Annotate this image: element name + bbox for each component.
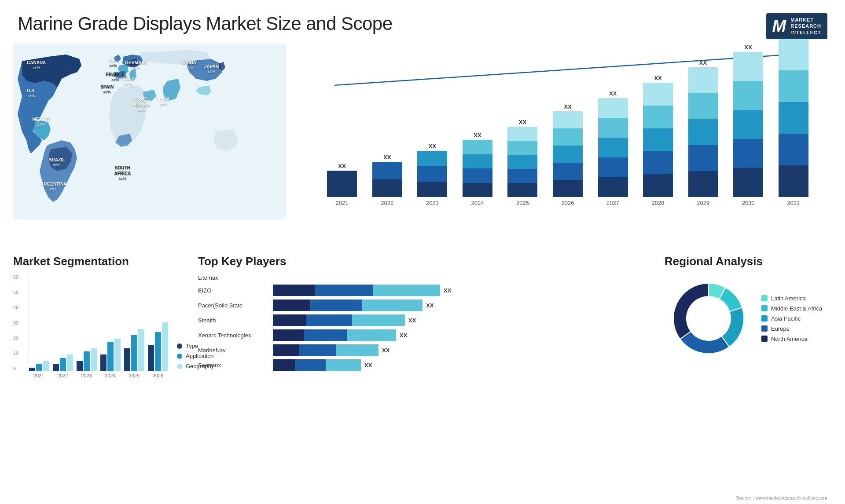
svg-rect-5	[373, 285, 440, 296]
donut-segment-europe	[680, 331, 729, 354]
bottom-row: Market Segmentation 60 50 40 30 20 10 0	[0, 246, 845, 413]
svg-rect-19	[295, 359, 326, 371]
player-bar: XX	[273, 329, 418, 341]
seg-bar-geography-2024	[114, 339, 121, 371]
svg-rect-14	[347, 329, 396, 341]
player-bar: XX	[273, 299, 445, 311]
seg-bar-application-2021	[36, 364, 42, 371]
player-row-eizo: EIZOXX	[198, 285, 647, 296]
svg-rect-4	[315, 285, 373, 296]
seg-bar-group-2022	[53, 354, 73, 371]
svg-rect-13	[304, 329, 347, 341]
regional-legend: Latin AmericaMiddle East & AfricaAsia Pa…	[761, 295, 822, 342]
svg-rect-8	[362, 299, 422, 311]
svg-rect-7	[310, 299, 362, 311]
svg-rect-17	[336, 344, 378, 356]
key-players-title: Top Key Players	[198, 255, 647, 268]
svg-rect-20	[326, 359, 361, 371]
player-value: XX	[408, 317, 416, 324]
market-size-chart: XX2021XX2022XX2023XX2024XX2025XX2026XX20…	[295, 44, 832, 246]
reg-legend-latin-america: Latin America	[761, 295, 822, 302]
player-row-seatronx: SeatronxXX	[198, 359, 647, 371]
reg-legend-north-america: North America	[761, 336, 822, 342]
seg-bar-type-2022	[53, 364, 59, 371]
seg-x-label-2025: 2025	[124, 373, 144, 378]
bar-group-2028: XX2028	[637, 75, 679, 206]
bar-group-2027: XX2027	[592, 90, 634, 206]
svg-rect-3	[273, 285, 315, 296]
regional-title: Regional Analysis	[665, 255, 832, 268]
segmentation-section: Market Segmentation 60 50 40 30 20 10 0	[13, 255, 180, 409]
bar-group-2023: XX2023	[411, 143, 453, 206]
player-name: Xenarc Technologies	[198, 332, 268, 339]
seg-x-label-2026: 2026	[148, 373, 168, 378]
seg-bars	[29, 274, 168, 371]
world-map-svg	[13, 44, 286, 219]
svg-rect-12	[273, 329, 304, 341]
donut-svg	[665, 274, 753, 362]
seg-bar-application-2022	[60, 358, 66, 371]
seg-chart-area: 60 50 40 30 20 10 0 20212022202320242025…	[13, 274, 180, 378]
seg-bar-geography-2021	[43, 361, 49, 371]
seg-bar-type-2023	[77, 361, 83, 371]
player-row-marinenav: MarineNavXX	[198, 344, 647, 356]
seg-bar-application-2026	[155, 332, 161, 371]
seg-bar-type-2021	[29, 368, 35, 371]
svg-rect-11	[352, 314, 405, 326]
player-bar: XX	[273, 314, 427, 326]
svg-rect-6	[273, 299, 310, 311]
header: Marine Grade Displays Market Size and Sc…	[0, 0, 845, 44]
svg-rect-15	[273, 344, 299, 356]
bar-group-2030: XX2030	[727, 44, 769, 206]
bar-group-2029: XX2029	[682, 59, 724, 206]
svg-rect-10	[306, 314, 352, 326]
player-value: XX	[444, 287, 451, 294]
reg-legend-europe: Europe	[761, 325, 822, 332]
segmentation-title: Market Segmentation	[13, 255, 180, 268]
player-name: Litemax	[198, 274, 268, 281]
player-name: MarineNav	[198, 347, 268, 354]
bar-group-2026: XX2026	[547, 103, 589, 206]
seg-bar-group-2025	[124, 329, 144, 371]
seg-bar-geography-2025	[138, 329, 144, 371]
player-bar: XX	[273, 285, 462, 296]
reg-legend-asia-pacific: Asia Pacific	[761, 315, 822, 322]
seg-x-label-2023: 2023	[76, 373, 96, 378]
seg-bar-type-2026	[148, 345, 154, 371]
player-bar: XX	[273, 359, 383, 371]
seg-x-label-2021: 2021	[29, 373, 49, 378]
donut-chart	[665, 274, 753, 362]
key-players-section: Top Key Players LitemaxEIZOXXPacer(Solid…	[189, 255, 656, 409]
player-row-litemax: Litemax	[198, 274, 647, 281]
seg-bar-geography-2022	[67, 354, 73, 371]
donut-segment-north-america	[673, 283, 709, 339]
player-name: Seatronx	[198, 362, 268, 369]
seg-bar-group-2024	[100, 339, 121, 371]
seg-x-label-2024: 2024	[100, 373, 121, 378]
seg-bar-geography-2026	[162, 322, 168, 371]
reg-legend-middle-east-&-africa: Middle East & Africa	[761, 305, 822, 312]
player-name: Stealth	[198, 317, 268, 324]
player-value: XX	[364, 362, 372, 369]
source-line: Source : www.marketresearchintellect.com	[736, 495, 827, 500]
player-name: Pacer(Solid State	[198, 302, 268, 309]
player-row-xenarc-technologies: Xenarc TechnologiesXX	[198, 329, 647, 341]
bar-group-2031: XX2031	[772, 31, 814, 206]
world-map-section: CANADAxx% U.S.xx% MEXICOxx% BRAZILxx% AR…	[13, 44, 286, 246]
bar-group-2021: XX2021	[321, 163, 363, 206]
svg-rect-9	[273, 314, 306, 326]
seg-x-label-2022: 2022	[52, 373, 73, 378]
bar-group-2024: XX2024	[457, 132, 499, 206]
seg-bar-application-2025	[131, 335, 137, 371]
player-value: XX	[382, 347, 389, 354]
seg-bar-group-2023	[77, 348, 97, 371]
player-value: XX	[426, 302, 434, 309]
seg-bar-group-2026	[148, 322, 168, 371]
bar-group-2022: XX2022	[367, 154, 408, 206]
svg-rect-16	[299, 344, 336, 356]
seg-bar-application-2023	[84, 351, 90, 371]
seg-bar-geography-2023	[91, 348, 97, 371]
bar-group-2025: XX2025	[502, 119, 544, 206]
player-name: EIZO	[198, 287, 268, 294]
players-list: LitemaxEIZOXXPacer(Solid StateXXStealthX…	[198, 274, 647, 371]
